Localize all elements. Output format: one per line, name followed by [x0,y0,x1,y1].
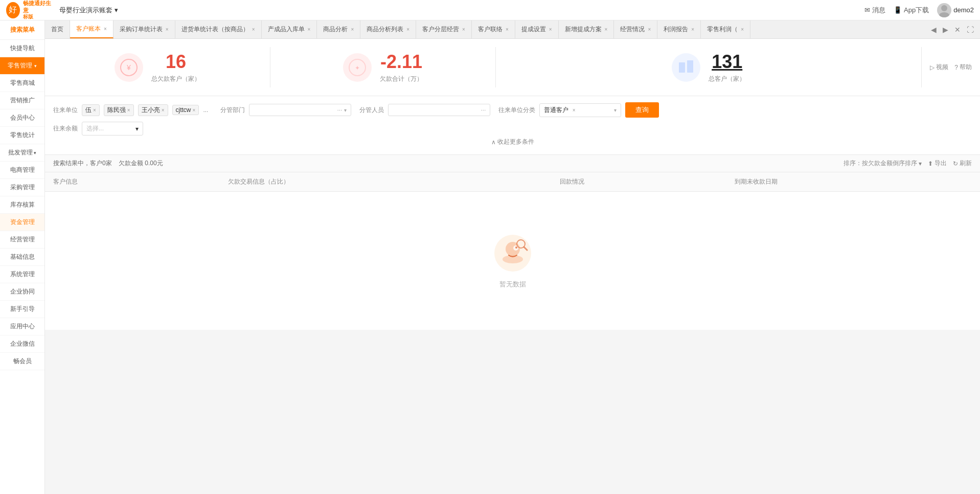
stat-page-actions: ▷ 视频 ? 帮助 [922,59,980,76]
tab-next-button[interactable]: ▶ [941,25,950,35]
tab-close-icon[interactable]: × [406,27,409,32]
user-menu[interactable]: demo2 [937,3,974,17]
tab-product-analysis-list[interactable]: 商品分析列表 × [360,20,416,38]
tab-retail-profit[interactable]: 零售利润（ × [701,20,750,38]
sidebar-item-app-center[interactable]: 应用中心 [0,318,44,335]
tab-close-icon[interactable]: × [506,27,509,32]
video-button[interactable]: ▷ 视频 [930,63,948,72]
tab-customer-segment[interactable]: 客户分层经营 × [416,20,472,38]
sidebar-item-retail-stats[interactable]: 零售统计 [0,127,44,144]
tab-fullscreen-button[interactable]: ⛶ [965,25,976,35]
tab-close-icon[interactable]: × [741,27,744,32]
tab-close-icon[interactable]: × [462,27,465,32]
tab-customer-account[interactable]: 客户账本 × [70,20,113,38]
stat-debt-icon: ✦ [343,53,372,82]
tab-new-promotion-plan[interactable]: 新增提成方案 × [559,20,614,38]
chevron-down-icon: ▾ [34,150,36,155]
tab-operation-status[interactable]: 经营情况 × [614,20,657,38]
filter-tag-2[interactable]: 陈民强 × [104,104,134,116]
sidebar-item-quick-nav[interactable]: 快捷导航 [0,40,44,57]
tag-close-icon[interactable]: × [193,107,196,113]
tab-close-icon[interactable]: × [605,27,608,32]
tab-close-icon[interactable]: × [648,27,651,32]
sidebar-item-wholesale-mgmt[interactable]: 批发管理 ▾ [0,144,44,162]
total-customers-label: 总客户（家） [709,75,745,83]
tab-close-icon[interactable]: × [691,27,694,32]
company-select[interactable]: 母婴行业演示账套 ▾ [55,4,122,17]
tag-close-icon[interactable]: × [127,107,130,113]
filter-tag-3[interactable]: 王小亮 × [138,104,168,116]
tab-home[interactable]: 首页 [45,20,70,38]
refresh-button[interactable]: ↻ 刷新 [953,159,972,168]
tag-close-icon[interactable]: × [162,107,165,113]
tab-purchase-order-stats[interactable]: 采购订单统计表 × [113,20,175,38]
sidebar-item-finance-mgmt[interactable]: 资金管理 [0,214,44,231]
query-button[interactable]: 查询 [625,102,659,118]
sidebar-search[interactable]: 搜索菜单 [0,20,44,40]
tab-product-instock[interactable]: 产成品入库单 × [262,20,317,38]
filter-tag-1[interactable]: 伍 × [82,104,100,116]
sidebar-item-member-vip[interactable]: 畅会员 [0,353,44,370]
sidebar-item-enterprise-wechat[interactable]: 企业微信 [0,335,44,353]
col-customer-info: 客户信息 [45,172,220,192]
tab-close-icon[interactable]: × [104,26,107,32]
tab-close-icon[interactable]: × [252,27,255,32]
chevron-down-icon: ▾ [34,63,37,69]
tab-label: 客户分层经营 [422,25,459,34]
sidebar-item-operation-mgmt[interactable]: 经营管理 [0,231,44,249]
sidebar-item-purchase-mgmt[interactable]: 采购管理 [0,179,44,196]
sidebar-item-retail-mgmt[interactable]: 零售管理 ▾ [0,57,44,75]
filter-tag-4[interactable]: cjttcw × [172,105,199,115]
tab-close-icon[interactable]: × [549,27,552,32]
tab-promotion-settings[interactable]: 提成设置 × [515,20,559,38]
svg-point-12 [515,246,517,249]
filter-row-1: 往来单位 伍 × 陈民强 × 王小亮 × cjttcw [53,102,972,118]
remainder-select[interactable]: 选择... ▾ [82,122,143,136]
tab-close-icon[interactable]: × [166,27,169,32]
svg-text:✦: ✦ [355,64,360,72]
total-debtors-label: 总欠款客户（家） [151,75,200,83]
dept-select[interactable]: ··· ▾ [249,104,351,116]
tab-product-analysis[interactable]: 商品分析 × [317,20,360,38]
tab-close-icon[interactable]: × [308,27,311,32]
debt-amount-number: -2.11 [380,51,423,73]
sidebar-item-label: 零售管理 [8,62,32,69]
collapse-button[interactable]: ∧ 收起更多条件 [491,138,534,146]
sidebar-item-marketing[interactable]: 营销推广 [0,92,44,109]
search-summary: 搜索结果中，客户0家 欠款金额 0.00元 排序：按欠款金额倒序排序 ▾ ⬆ 导… [45,155,980,172]
tab-close-all-button[interactable]: ✕ [952,25,963,35]
sidebar-item-system-mgmt[interactable]: 系统管理 [0,266,44,283]
export-button[interactable]: ⬆ 导出 [928,159,947,168]
video-icon: ▷ [930,64,935,71]
manager-select[interactable]: ··· [388,104,490,116]
data-table: 客户信息 欠款交易信息（占比） 回款情况 到期未收款日期 [45,172,980,330]
avatar [937,3,951,17]
tab-stock-stats[interactable]: 进货单统计表（按商品） × [175,20,262,38]
main-content: 首页 客户账本 × 采购订单统计表 × 进货单统计表（按商品） × 产成品入库单… [45,20,980,494]
unit-class-select[interactable]: 普通客户 × ▾ [539,103,621,117]
sort-label[interactable]: 排序：按欠款金额倒序排序 ▾ [844,159,922,168]
sidebar-item-member-center[interactable]: 会员中心 [0,109,44,127]
message-button[interactable]: ✉ 消息 [864,6,885,15]
tab-prev-button[interactable]: ◀ [929,25,939,35]
filter-more-tags[interactable]: ... [203,106,208,114]
tab-customer-contact[interactable]: 客户联络 × [472,20,515,38]
tab-label: 新增提成方案 [565,25,602,34]
app-download-button[interactable]: 📱 App下载 [894,6,929,15]
sidebar-item-new-guide[interactable]: 新手引导 [0,301,44,318]
more-options-icon: ··· [337,106,342,114]
help-button[interactable]: ? 帮助 [954,63,972,72]
chevron-down-icon: ▾ [344,107,347,113]
tab-profit-report[interactable]: 利润报告 × [657,20,701,38]
tag-close-icon[interactable]: × [93,107,96,113]
sidebar-item-basic-info[interactable]: 基础信息 [0,249,44,266]
tab-close-icon[interactable]: × [351,27,354,32]
tab-label: 商品分析 [323,25,348,34]
sidebar-item-inventory[interactable]: 库存核算 [0,196,44,214]
sidebar-item-ecommerce[interactable]: 电商管理 [0,162,44,179]
unit-class-label: 往来单位分类 [498,106,535,115]
sidebar-item-enterprise-coop[interactable]: 企业协同 [0,283,44,301]
sidebar-item-label: 批发管理 [8,148,33,157]
sidebar-item-retail-mall[interactable]: 零售商城 [0,75,44,92]
chevron-down-icon: ▾ [614,107,617,113]
